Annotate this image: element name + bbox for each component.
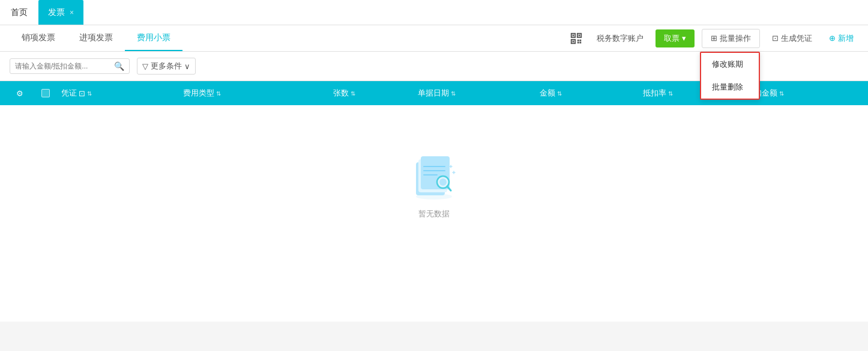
batch-op-wrap: ⊞ 批量操作 修改账期 批量删除 (702, 29, 760, 48)
generate-voucher-label: 生成凭证 (781, 33, 812, 44)
th-deduction-amount-sort-icon[interactable]: ⇅ (779, 91, 784, 96)
svg-rect-5 (573, 40, 574, 42)
th-date: 单据日期 ⇅ (413, 88, 535, 99)
batch-icon: ⊞ (711, 34, 717, 43)
sub-nav-actions: 税务数字账户 取票 ▾ ⊞ 批量操作 修改账期 批量删除 ⊡ 生成凭证 ⊕ 新增 (568, 25, 858, 51)
home-tab[interactable]: 首页 (0, 0, 38, 25)
gear-icon[interactable]: ⚙ (16, 89, 23, 98)
svg-rect-10 (580, 41, 582, 43)
content-area: ⚙ 凭证 ⊡ ⇅ 费用类型 ⇅ 张数 ⇅ 单据日期 ⇅ 金额 ⇅ 抵扣率 ⇅ (0, 81, 868, 322)
take-ticket-button[interactable]: 取票 ▾ (656, 29, 695, 47)
more-conditions-button[interactable]: ▽ 更多条件 ∨ (137, 58, 196, 75)
th-voucher-label: 凭证 (61, 88, 77, 99)
th-date-label: 单据日期 (418, 88, 449, 99)
th-expense-type: 费用类型 ⇅ (178, 88, 328, 99)
th-amount-sort-icon[interactable]: ⇅ (557, 91, 562, 96)
th-voucher-sort-icon[interactable]: ⇅ (87, 91, 92, 96)
th-expense-type-sort-icon[interactable]: ⇅ (216, 91, 221, 96)
th-count-sort-icon[interactable]: ⇅ (351, 91, 355, 96)
th-amount: 金额 ⇅ (535, 88, 638, 99)
invoice-tab-label: 发票 (48, 7, 65, 18)
generate-voucher-button[interactable]: ⊡ 生成凭证 (767, 29, 817, 47)
batch-delete-item[interactable]: 批量删除 (701, 76, 759, 99)
close-icon[interactable]: × (70, 8, 74, 17)
th-voucher: 凭证 ⊡ ⇅ (56, 88, 178, 99)
svg-rect-9 (577, 41, 579, 43)
plus-icon: ⊕ (829, 34, 836, 43)
batch-op-label: 批量操作 (720, 33, 751, 44)
modify-period-item[interactable]: 修改账期 (701, 53, 759, 76)
qr-code-button[interactable] (568, 30, 585, 47)
batch-op-button[interactable]: ⊞ 批量操作 (702, 29, 760, 48)
more-conditions-label: 更多条件 (151, 61, 182, 72)
search-input[interactable] (15, 62, 114, 70)
sub-nav: 销项发票 进项发票 费用小票 税务数字账户 (0, 25, 868, 52)
empty-text: 暂无数据 (418, 209, 450, 219)
chevron-down-icon: ▾ (682, 34, 686, 43)
th-date-sort-icon[interactable]: ⇅ (451, 91, 456, 96)
take-ticket-label: 取票 (664, 33, 680, 44)
top-nav: 首页 发票 × (0, 0, 868, 25)
tab-purchase-invoice[interactable]: 进项发票 (67, 25, 125, 51)
th-count-label: 张数 (333, 88, 349, 99)
add-button[interactable]: ⊕ 新增 (824, 29, 858, 47)
th-expense-type-label: 费用类型 (183, 88, 214, 99)
add-label: 新增 (838, 33, 854, 44)
invoice-tab[interactable]: 发票 × (38, 0, 83, 25)
search-icon[interactable]: 🔍 (114, 61, 124, 71)
search-wrap: 🔍 (10, 58, 130, 74)
voucher-icon: ⊡ (772, 34, 779, 43)
tab-expense-receipt[interactable]: 费用小票 (125, 25, 182, 51)
th-deduction-rate-label: 抵扣率 (643, 88, 666, 99)
svg-rect-7 (577, 39, 579, 41)
tax-account-button[interactable]: 税务数字账户 (592, 31, 648, 46)
th-count: 张数 ⇅ (328, 88, 413, 99)
filter-icon: ▽ (142, 62, 148, 71)
tab-sales-invoice[interactable]: 销项发票 (10, 25, 67, 51)
th-amount-label: 金额 (540, 88, 555, 99)
select-all-checkbox[interactable] (41, 89, 50, 97)
th-checkbox[interactable] (35, 89, 56, 97)
empty-state: 暂无数据 (0, 105, 868, 243)
svg-rect-4 (579, 34, 580, 36)
empty-illustration (404, 153, 464, 201)
svg-point-19 (439, 179, 447, 186)
th-deduction-rate-sort-icon[interactable]: ⇅ (668, 91, 673, 96)
svg-rect-8 (580, 39, 582, 41)
th-settings[interactable]: ⚙ (5, 89, 35, 98)
chevron-down-icon: ∨ (184, 62, 190, 71)
batch-op-dropdown: 修改账期 批量删除 (700, 52, 760, 100)
sub-nav-tabs: 销项发票 进项发票 费用小票 (10, 25, 182, 51)
svg-rect-3 (573, 34, 574, 36)
th-voucher-filter-icon[interactable]: ⊡ (79, 89, 85, 98)
